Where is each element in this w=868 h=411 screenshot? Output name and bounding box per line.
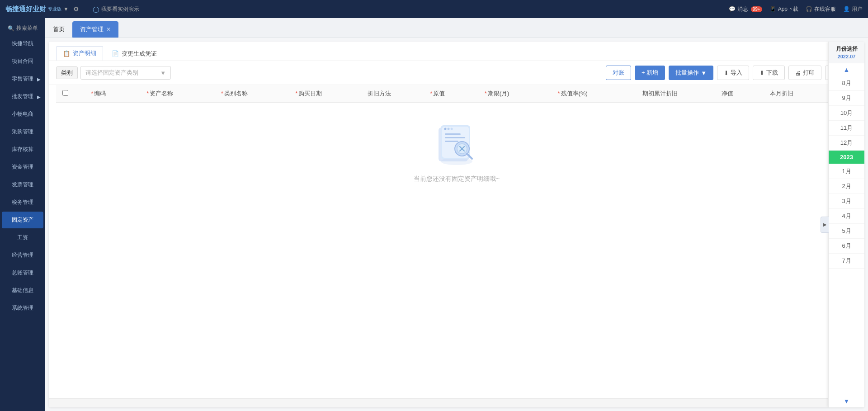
month-panel-title: 月份选择 2022.07 [829,42,864,63]
batch-button[interactable]: 批量操作 ▼ [669,66,713,80]
sidebar-item-quicknav[interactable]: 快捷导航 [2,35,43,52]
sidebar-item-inventory[interactable]: 库存核算 [2,141,43,158]
month-panel: ▶ 月份选择 2022.07 ▲ 8月9月10月11月12月20231月2月3月… [828,42,864,407]
tab-home[interactable]: 首页 [45,21,72,38]
month-down-button[interactable]: ▼ [842,397,851,406]
message-icon: 💬 [729,6,736,12]
month-item[interactable]: 9月 [829,91,864,106]
month-item[interactable]: 6月 [829,239,864,254]
col-net-value: 净值 [707,85,748,103]
message-badge: 99+ [751,6,762,12]
empty-illustration [429,121,484,166]
svg-point-14 [451,128,453,130]
user-profile[interactable]: 👤 用户 [843,5,863,13]
col-method: 折旧方法 [346,85,413,103]
subtab-change-voucher[interactable]: 📄 变更生成凭证 [105,47,164,61]
svg-point-13 [448,128,450,130]
doc-icon: 📄 [112,50,119,57]
sidebar-item-system[interactable]: 系统管理 [2,300,43,317]
col-category: *类别名称 [197,85,271,103]
subtab-asset-detail[interactable]: 📋 资产明细 [56,46,103,61]
month-item[interactable]: 11月 [829,121,864,136]
category-select[interactable]: 请选择固定资产类别 ▼ [80,66,171,80]
settings-icon[interactable]: ⚙ [73,5,79,13]
month-item[interactable]: 2023 [829,151,864,164]
select-arrow-icon: ▼ [160,70,166,76]
company-subtitle: 专业版 [48,6,61,12]
col-name: *资产名称 [123,85,197,103]
month-item[interactable]: 7月 [829,254,864,269]
page-content: 📋 资产明细 📄 变更生成凭证 类别 请选择固定资产类别 ▼ [49,42,864,407]
col-monthly-dep: 本月折旧 [748,85,816,103]
svg-rect-4 [445,133,461,135]
assets-table: *编码 *资产名称 *类别名称 *购买日期 折旧方法 *原值 *期限(月) *残… [56,85,857,103]
download-button[interactable]: ⬇ 下载 [753,66,785,80]
chevron-right-icon: ▶ [37,94,41,99]
tab-close-icon[interactable]: ✕ [106,26,111,33]
sidebar-item-fixed-assets[interactable]: 固定资产 [2,212,43,228]
table-container: *编码 *资产名称 *类别名称 *购买日期 折旧方法 *原值 *期限(月) *残… [49,85,864,398]
col-period: *期限(月) [462,85,532,103]
tab-assets[interactable]: 资产管理 ✕ [72,21,118,38]
sidebar-item-operations[interactable]: 经营管理 [2,247,43,264]
chevron-down-icon[interactable]: ▼ [63,6,69,12]
list-icon: 📋 [63,50,70,57]
company-logo-text: 畅捷通好业财 [5,5,46,14]
download-icon: ⬇ [760,70,764,76]
sidebar-item-ecommerce[interactable]: 小畅电商 [2,106,43,123]
month-list: 8月9月10月11月12月20231月2月3月4月5月6月7月 [829,76,864,395]
search-menu-button[interactable]: 🔍 搜索菜单 [0,22,45,35]
month-item[interactable]: 12月 [829,136,864,151]
add-button[interactable]: + 新增 [635,66,665,80]
sidebar: 🔍 搜索菜单 快捷导航 项目合同 零售管理 ▶ 批发管理 ▶ 小畅电商 采购管理… [0,18,45,411]
import-icon: ⬇ [724,70,729,76]
headset-icon: 🎧 [806,6,812,12]
sidebar-item-salary[interactable]: 工资 [2,229,43,246]
empty-state: 当前您还没有固定资产明细哦~ [56,103,857,201]
sidebar-item-finance[interactable]: 资金管理 [2,159,43,175]
svg-rect-5 [445,137,465,138]
sub-tabs: 📋 资产明细 📄 变更生成凭证 [49,42,864,61]
bottom-scrollbar[interactable] [49,398,864,407]
month-item[interactable]: 2月 [829,179,864,194]
sidebar-item-project[interactable]: 项目合同 [2,53,43,70]
sidebar-item-purchase[interactable]: 采购管理 [2,123,43,140]
content-area: 首页 资产管理 ✕ 📋 资产明细 📄 变更生成凭证 [45,18,868,411]
select-all-checkbox[interactable] [62,90,68,96]
app-icon: 📱 [769,6,776,12]
sidebar-item-wholesale[interactable]: 批发管理 ▶ [2,88,43,105]
month-item[interactable]: 3月 [829,194,864,209]
messages-button[interactable]: 💬 消息 99+ [729,5,762,13]
top-bar: 畅捷通好业财 专业版 ▼ ⚙ ◯ 我要看实例演示 💬 消息 99+ 📱 App下… [0,0,868,18]
sidebar-item-ledger[interactable]: 总账管理 [2,265,43,281]
month-nav-down: ▼ [829,395,864,407]
month-item[interactable]: 5月 [829,224,864,239]
col-original-value: *原值 [413,85,462,103]
sidebar-item-retail[interactable]: 零售管理 ▶ [2,71,43,87]
table-header-row: *编码 *资产名称 *类别名称 *购买日期 折旧方法 *原值 *期限(月) *残… [56,85,857,103]
sidebar-item-tax[interactable]: 税务管理 [2,194,43,211]
search-icon: 🔍 [8,25,14,32]
month-item[interactable]: 8月 [829,76,864,91]
user-icon: 👤 [843,6,850,12]
month-up-button[interactable]: ▲ [842,65,851,74]
online-service-button[interactable]: 🎧 在线客服 [806,5,836,13]
reconcile-button[interactable]: 对账 [606,66,631,80]
toolbar-actions: 对账 + 新增 批量操作 ▼ ⬇ 导入 ⬇ 下载 [606,66,857,80]
sidebar-item-basic-info[interactable]: 基础信息 [2,282,43,299]
demo-link[interactable]: ◯ 我要看实例演示 [93,5,139,13]
app-download-button[interactable]: 📱 App下载 [769,5,798,13]
chevron-right-icon: ▶ [37,76,41,81]
panel-toggle-button[interactable]: ▶ [821,217,829,233]
month-item[interactable]: 4月 [829,209,864,224]
month-item[interactable]: 1月 [829,164,864,179]
print-icon: 🖨 [795,70,801,76]
category-label: 类别 [56,66,78,79]
svg-point-12 [444,128,447,130]
month-item[interactable]: 10月 [829,106,864,121]
company-info: 畅捷通好业财 专业版 ▼ [5,5,69,14]
print-button[interactable]: 🖨 打印 [788,66,821,80]
sidebar-item-invoice[interactable]: 发票管理 [2,176,43,193]
import-button[interactable]: ⬇ 导入 [717,66,749,80]
main-content: 📋 资产明细 📄 变更生成凭证 类别 请选择固定资产类别 ▼ [49,42,864,407]
